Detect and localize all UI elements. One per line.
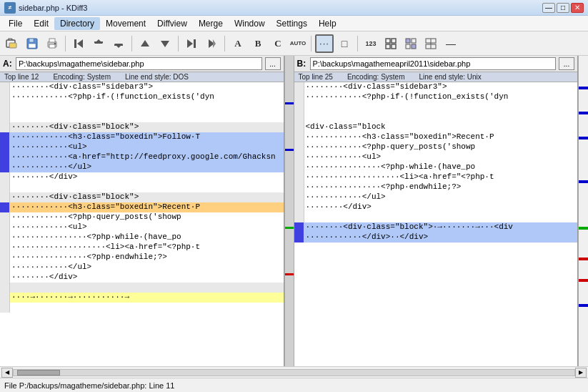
toolbar: A B C AUTO ··· □ 123 — [0,31,588,56]
line-gutter [294,122,304,132]
menu-window[interactable]: Window [229,17,271,30]
line-text: ············<?php·query_posts('showp [304,142,578,152]
table-row: ········<div·class="block">·→·······→···… [294,222,578,232]
pane-b-content[interactable]: ········<div·class="sidebar3">··········… [294,82,578,366]
line-gutter [0,182,10,192]
line-text: ················<?php·while·(have_po [10,232,284,242]
line-text: ············<h3·class="boxedin">Recent·P [10,202,284,212]
minimize-button[interactable]: — [542,3,555,13]
ov-blue-1 [579,87,588,89]
line-gutter [0,303,10,313]
line-gutter [294,132,304,142]
dots-view-button[interactable]: ··· [315,34,334,53]
pane-b-label: B: [297,59,307,69]
down2-button[interactable] [156,34,174,53]
line-text: ········</div> [10,273,284,283]
up2-button[interactable] [136,34,154,53]
table-row: ············</ul> [294,192,578,202]
table-row: ················<?php·endwhile;?> [0,253,284,263]
select-a-button[interactable]: A [229,34,247,53]
line-gutter [0,273,10,283]
pane-b-lineend: Line end style: Unix [419,73,481,81]
line-text: ············<?php·query_posts('showp [10,212,284,222]
ov-red-1 [579,258,588,260]
line-text [304,102,578,112]
table-row: ········</div> [294,202,578,212]
menu-diffview[interactable]: Diffview [151,17,193,30]
table-row: ········</div> [0,172,284,182]
table-row [0,303,284,313]
pane-b-header: B: ... [294,56,578,72]
line-text: ············<?php·if·(!function_exists('… [304,92,578,102]
line-text: ············<ul> [10,222,284,232]
next-diff-button[interactable] [182,34,201,53]
line-gutter [0,242,10,253]
svg-rect-6 [49,39,55,42]
scroll-right-button[interactable]: ▶ [575,368,587,378]
overview-mark-1 [285,102,294,104]
line-text: ············</div>··</div> [304,232,578,242]
pane-b-info: Top line 25 Encoding: System Line end st… [294,72,578,82]
toolbar-sep-2 [131,36,132,52]
open-button[interactable] [3,34,21,53]
pane-b-path[interactable] [310,57,557,70]
first-diff-button[interactable] [69,34,88,53]
line-gutter [294,162,304,172]
auto-button[interactable]: AUTO [289,34,307,53]
table-row: ········<div·class="block"> [0,122,284,132]
select-c-button[interactable]: C [269,34,287,53]
line-text: ············</ul> [304,192,578,202]
svg-rect-4 [29,44,36,48]
mid-separator [284,56,294,366]
pane-b-browse[interactable]: ... [559,57,574,70]
line-text [10,303,284,313]
pane-a-content[interactable]: ········<div·class="sidebar3">··········… [0,82,284,366]
table-row [0,112,284,122]
close-button[interactable]: ✕ [571,3,584,13]
ov-blue-3 [579,137,588,139]
line-text: ····················<li><a·href="<?php·t [10,242,284,253]
grid3-button[interactable] [422,34,440,53]
ov-green-1 [579,227,588,230]
line-gutter [0,162,10,172]
svg-rect-24 [392,44,396,49]
line-gutter [0,253,10,263]
select-b-button[interactable]: B [249,34,267,53]
line-gutter [0,212,10,222]
scroll-track[interactable] [13,369,575,376]
table-row: ················<?php·while·(have_po [294,162,578,172]
menu-directory[interactable]: Directory [54,17,100,30]
grid2-button[interactable] [402,34,420,53]
scroll-thumb[interactable] [17,370,60,376]
table-row [0,102,284,112]
prev-up-button[interactable] [89,34,108,53]
table-row: ········<div·class="sidebar3"> [0,82,284,92]
pane-a-browse[interactable]: ... [265,57,281,70]
line-numbers-button[interactable]: 123 [362,34,380,53]
minus-button[interactable]: — [442,34,460,53]
table-row: ············<a·href="http://feedproxy.go… [0,152,284,162]
menu-edit[interactable]: Edit [28,17,54,30]
last-diff-button[interactable] [202,34,221,53]
menu-merge[interactable]: Merge [193,17,229,30]
menu-settings[interactable]: Settings [271,17,313,30]
line-gutter [294,92,304,102]
pane-a-path[interactable] [16,57,262,70]
next-down-button[interactable] [109,34,128,53]
table-row [0,283,284,293]
plain-view-button[interactable]: □ [335,34,354,53]
grid1-button[interactable] [382,34,400,53]
line-gutter [294,182,304,192]
menu-movement[interactable]: Movement [100,17,151,30]
line-text: ············<ul> [304,152,578,162]
menu-help[interactable]: Help [313,17,342,30]
print-button[interactable] [43,34,61,53]
menu-file[interactable]: File [3,17,28,30]
save-button[interactable] [23,34,41,53]
svg-rect-3 [29,39,34,42]
line-text: ········<div·class="block"> [10,122,284,132]
line-text: ················<?php·while·(have_po [304,162,578,172]
scroll-left-button[interactable]: ◀ [1,368,13,378]
maximize-button[interactable]: □ [557,3,569,13]
ov-red-2 [579,279,588,282]
